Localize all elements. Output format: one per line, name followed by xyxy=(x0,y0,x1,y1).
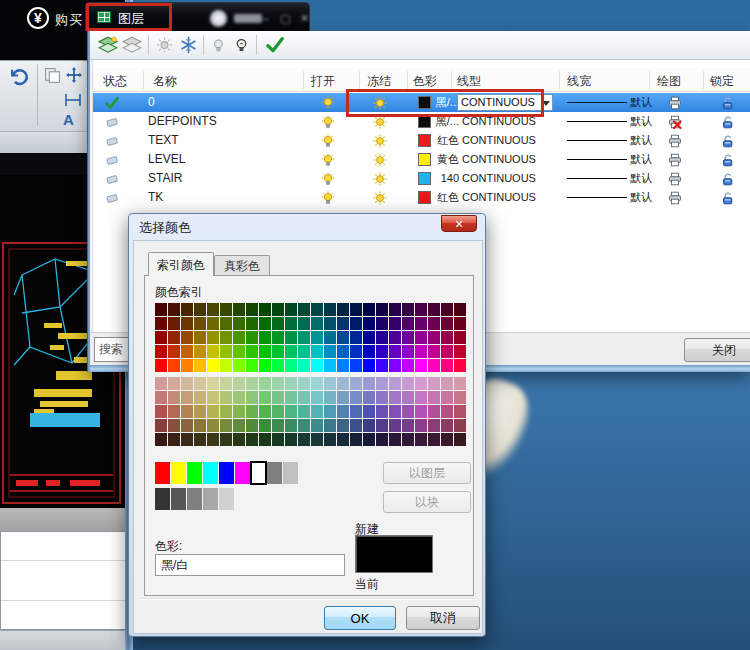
color-label[interactable]: 黑/... xyxy=(429,93,459,112)
lineweight-label[interactable]: 默认 xyxy=(630,150,652,169)
palette-color-swatch[interactable] xyxy=(389,419,401,432)
palette-color-swatch[interactable] xyxy=(233,377,245,390)
gray-shade-swatch[interactable] xyxy=(155,488,170,510)
palette-color-swatch[interactable] xyxy=(324,345,336,358)
palette-color-swatch[interactable] xyxy=(233,303,245,316)
palette-color-swatch[interactable] xyxy=(220,317,232,330)
palette-color-swatch[interactable] xyxy=(181,377,193,390)
palette-color-swatch[interactable] xyxy=(363,303,375,316)
palette-color-swatch[interactable] xyxy=(272,331,284,344)
palette-color-swatch[interactable] xyxy=(311,331,323,344)
palette-color-swatch[interactable] xyxy=(207,419,219,432)
palette-color-swatch[interactable] xyxy=(233,405,245,418)
palette-color-swatch[interactable] xyxy=(233,317,245,330)
cancel-button[interactable]: 取消 xyxy=(406,606,480,630)
palette-color-swatch[interactable] xyxy=(311,391,323,404)
palette-color-swatch[interactable] xyxy=(324,303,336,316)
palette-color-swatch[interactable] xyxy=(441,433,453,446)
palette-color-swatch[interactable] xyxy=(337,419,349,432)
on-bulb-icon[interactable] xyxy=(321,191,335,210)
palette-color-swatch[interactable] xyxy=(428,359,440,372)
layer-row-5[interactable]: TK 红色 CONTINUOUS 默认 xyxy=(93,188,750,207)
ok-button[interactable]: OK xyxy=(324,606,396,630)
palette-color-swatch[interactable] xyxy=(311,419,323,432)
gray-shade-swatch[interactable] xyxy=(171,488,186,510)
standard-color-swatch[interactable] xyxy=(155,462,170,484)
palette-color-swatch[interactable] xyxy=(454,419,466,432)
palette-color-swatch[interactable] xyxy=(155,303,167,316)
palette-color-swatch[interactable] xyxy=(454,433,466,446)
palette-color-swatch[interactable] xyxy=(168,303,180,316)
palette-color-swatch[interactable] xyxy=(324,331,336,344)
palette-color-swatch[interactable] xyxy=(324,377,336,390)
palette-color-swatch[interactable] xyxy=(428,405,440,418)
standard-color-swatch[interactable] xyxy=(203,462,218,484)
palette-color-swatch[interactable] xyxy=(220,331,232,344)
palette-color-swatch[interactable] xyxy=(233,419,245,432)
palette-color-swatch[interactable] xyxy=(168,405,180,418)
palette-color-swatch[interactable] xyxy=(181,433,193,446)
gray-shade-swatch[interactable] xyxy=(203,488,218,510)
standard-color-swatch[interactable] xyxy=(251,462,266,484)
palette-color-swatch[interactable] xyxy=(155,345,167,358)
palette-color-swatch[interactable] xyxy=(376,317,388,330)
palette-color-swatch[interactable] xyxy=(337,405,349,418)
palette-color-swatch[interactable] xyxy=(415,391,427,404)
palette-color-swatch[interactable] xyxy=(155,317,167,330)
palette-color-swatch[interactable] xyxy=(233,391,245,404)
palette-color-swatch[interactable] xyxy=(298,433,310,446)
palette-color-swatch[interactable] xyxy=(389,405,401,418)
palette-color-swatch[interactable] xyxy=(168,419,180,432)
linetype-value[interactable]: CONTINUOUS xyxy=(462,169,536,188)
palette-color-swatch[interactable] xyxy=(285,359,297,372)
color-label[interactable]: 黄色 xyxy=(429,150,459,169)
palette-color-swatch[interactable] xyxy=(402,419,414,432)
palette-color-swatch[interactable] xyxy=(181,405,193,418)
palette-color-swatch[interactable] xyxy=(454,345,466,358)
byblock-button[interactable]: 以块 xyxy=(383,491,471,513)
palette-color-swatch[interactable] xyxy=(168,433,180,446)
palette-color-swatch[interactable] xyxy=(298,419,310,432)
standard-color-swatch[interactable] xyxy=(267,462,282,484)
palette-color-swatch[interactable] xyxy=(454,391,466,404)
thaw-sun-icon[interactable] xyxy=(156,36,173,54)
palette-color-swatch[interactable] xyxy=(337,359,349,372)
lineweight-label[interactable]: 默认 xyxy=(630,188,652,207)
palette-color-swatch[interactable] xyxy=(259,377,271,390)
layer-name[interactable]: STAIR xyxy=(148,169,182,188)
palette-color-swatch[interactable] xyxy=(324,433,336,446)
cad-command-line[interactable] xyxy=(0,531,127,630)
palette-color-swatch[interactable] xyxy=(311,317,323,330)
move-icon[interactable] xyxy=(66,67,82,83)
tab-index-color[interactable]: 索引颜色 xyxy=(148,252,214,276)
palette-color-swatch[interactable] xyxy=(285,405,297,418)
palette-color-swatch[interactable] xyxy=(337,331,349,344)
palette-color-swatch[interactable] xyxy=(220,433,232,446)
palette-color-swatch[interactable] xyxy=(155,331,167,344)
palette-color-swatch[interactable] xyxy=(324,405,336,418)
palette-color-swatch[interactable] xyxy=(324,391,336,404)
palette-color-swatch[interactable] xyxy=(389,317,401,330)
palette-color-swatch[interactable] xyxy=(272,317,284,330)
palette-color-swatch[interactable] xyxy=(428,303,440,316)
palette-color-swatch[interactable] xyxy=(350,303,362,316)
palette-color-swatch[interactable] xyxy=(376,345,388,358)
palette-color-swatch[interactable] xyxy=(259,331,271,344)
palette-color-swatch[interactable] xyxy=(337,391,349,404)
palette-color-swatch[interactable] xyxy=(337,377,349,390)
palette-color-swatch[interactable] xyxy=(428,433,440,446)
palette-color-swatch[interactable] xyxy=(155,405,167,418)
palette-color-swatch[interactable] xyxy=(376,377,388,390)
layer-name[interactable]: LEVEL xyxy=(148,150,185,169)
palette-color-swatch[interactable] xyxy=(272,303,284,316)
minimize-button[interactable]: – xyxy=(258,11,273,25)
palette-color-swatch[interactable] xyxy=(415,303,427,316)
palette-color-swatch[interactable] xyxy=(389,391,401,404)
palette-color-swatch[interactable] xyxy=(363,391,375,404)
palette-color-swatch[interactable] xyxy=(207,377,219,390)
palette-color-swatch[interactable] xyxy=(389,359,401,372)
palette-color-swatch[interactable] xyxy=(272,345,284,358)
palette-color-swatch[interactable] xyxy=(363,405,375,418)
layer-palette-titlebar[interactable]: 图层 – ▢ ✕ xyxy=(85,2,310,31)
palette-color-swatch[interactable] xyxy=(272,391,284,404)
